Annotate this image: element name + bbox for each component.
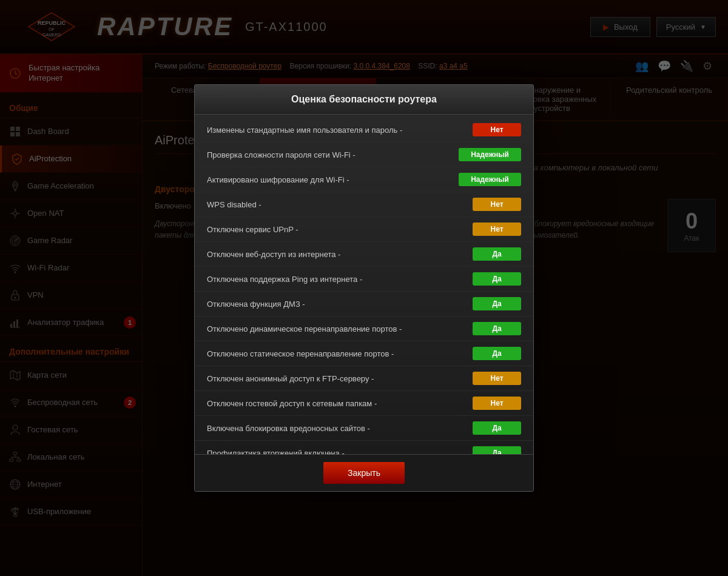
check-row: Отключена функция ДМЗ -Да <box>195 292 533 316</box>
check-label: Профилактика вторжений включена - <box>207 449 473 455</box>
check-label: Отключен анонимный доступ к FTP-серверу … <box>207 374 473 383</box>
close-modal-button[interactable]: Закрыть <box>323 462 405 484</box>
check-row: Отключен веб-доступ из интернета -Да <box>195 242 533 267</box>
status-badge: Нет <box>473 123 521 136</box>
modal-title: Оценка безопасности роутера <box>195 85 533 115</box>
status-badge: Да <box>473 421 521 435</box>
status-badge: Нет <box>473 198 521 211</box>
modal-body: Изменены стандартные имя пользователя и … <box>195 115 533 454</box>
check-label: Отключено динамическое перенаправление п… <box>207 324 473 333</box>
security-modal: Оценка безопасности роутера Изменены ста… <box>194 84 534 492</box>
check-row: Отключен анонимный доступ к FTP-серверу … <box>195 366 533 391</box>
check-label: Отключен веб-доступ из интернета - <box>207 250 473 259</box>
check-label: Отключено статическое перенаправление по… <box>207 349 473 358</box>
status-badge: Да <box>473 247 521 261</box>
check-label: Проверка сложности пароля сети Wi-Fi - <box>207 150 459 159</box>
modal-footer: Закрыть <box>195 454 533 491</box>
check-row: Отключен гостевой доступ к сетевым папка… <box>195 391 533 416</box>
status-badge: Да <box>473 446 521 454</box>
check-label: WPS disabled - <box>207 200 473 209</box>
check-label: Включена блокировка вредоносных сайтов - <box>207 424 473 433</box>
check-row: Проверка сложности пароля сети Wi-Fi -На… <box>195 142 533 167</box>
check-label: Отключен гостевой доступ к сетевым папка… <box>207 399 473 408</box>
status-badge: Надежный <box>459 173 521 186</box>
check-row: Отключена поддержка Ping из интернета -Д… <box>195 267 533 292</box>
check-row: Активировано шифрование для Wi-Fi -Надеж… <box>195 167 533 192</box>
check-label: Отключена функция ДМЗ - <box>207 300 473 309</box>
status-badge: Нет <box>473 223 521 236</box>
check-row: Профилактика вторжений включена -Да <box>195 441 533 454</box>
modal-overlay: Оценка безопасности роутера Изменены ста… <box>0 0 728 576</box>
check-label: Активировано шифрование для Wi-Fi - <box>207 175 459 184</box>
check-row: Отключено статическое перенаправление по… <box>195 341 533 366</box>
check-row: Отключен сервис UPnP -Нет <box>195 217 533 242</box>
status-badge: Нет <box>473 397 521 410</box>
check-row: Включена блокировка вредоносных сайтов -… <box>195 416 533 441</box>
check-row: WPS disabled -Нет <box>195 192 533 217</box>
status-badge: Да <box>473 347 521 360</box>
status-badge: Да <box>473 272 521 286</box>
check-label: Изменены стандартные имя пользователя и … <box>207 126 473 135</box>
status-badge: Да <box>473 322 521 335</box>
status-badge: Надежный <box>459 148 521 161</box>
check-row: Изменены стандартные имя пользователя и … <box>195 118 533 142</box>
status-badge: Нет <box>473 372 521 385</box>
check-label: Отключена поддержка Ping из интернета - <box>207 275 473 284</box>
check-row: Отключено динамическое перенаправление п… <box>195 316 533 341</box>
status-badge: Да <box>473 297 521 310</box>
check-label: Отключен сервис UPnP - <box>207 225 473 234</box>
